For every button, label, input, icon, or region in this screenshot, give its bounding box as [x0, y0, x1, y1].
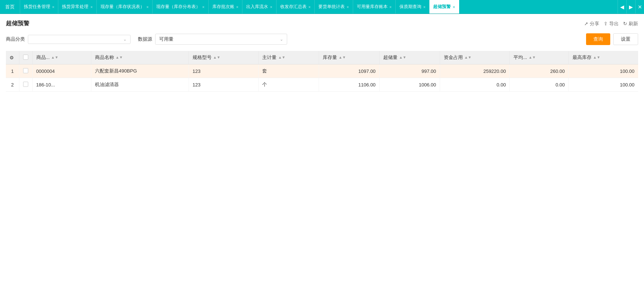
top-nav: 首页 拣货任务管理 × 拣货异常处理 × 现存量（库存状况表） × 现存量（库存… [0, 0, 644, 14]
refresh-button[interactable]: ↻ 刷新 [623, 21, 638, 27]
share-label: 分享 [590, 21, 599, 27]
share-icon: ➚ [584, 21, 588, 26]
refresh-icon: ↻ [623, 21, 627, 26]
settings-button[interactable]: 设置 [613, 33, 638, 45]
datasource-chevron-icon: ⌄ [280, 37, 283, 42]
th-max-stock[interactable]: 最高库存 ▲▼ [568, 51, 638, 64]
row-checkbox-cell-0[interactable] [19, 64, 32, 78]
page-title: 超储预警 [6, 20, 29, 27]
nav-tab-8[interactable]: 可用量库存账本 × [353, 0, 396, 14]
row-checkbox-cell-1[interactable] [19, 78, 32, 92]
sort-icon-product-name: ▲▼ [116, 56, 123, 59]
close-tab-2[interactable]: × [146, 5, 149, 9]
th-stock[interactable]: 库存量 ▲▼ [319, 51, 380, 64]
row-product-code-0: 0000004 [32, 64, 91, 78]
nav-tab-0[interactable]: 拣货任务管理 × [20, 0, 58, 14]
row-checkbox-1[interactable] [23, 82, 28, 87]
row-max-stock-0: 100.00 [568, 64, 638, 78]
page-header: 超储预警 ➚ 分享 ⇪ 导出 ↻ 刷新 [6, 20, 638, 27]
sort-icon-avg: ▲▼ [528, 56, 536, 59]
share-button[interactable]: ➚ 分享 [584, 21, 599, 27]
row-product-name-1: 机油滤清器 [91, 78, 189, 92]
close-tab-5[interactable]: × [270, 5, 272, 9]
nav-tab-7[interactable]: 要货单统计表 × [315, 0, 353, 14]
sort-icon-unit: ▲▼ [278, 56, 285, 59]
export-icon: ⇪ [604, 21, 608, 26]
sort-icon-product-code: ▲▼ [51, 56, 58, 59]
table-row: 2 186-10... 机油滤清器 123 个 1106.00 1006.00 … [6, 78, 638, 92]
nav-arrows: ◀ ▶ ✕ [618, 0, 644, 14]
nav-tab-2[interactable]: 现存量（库存状况表） × [97, 0, 153, 14]
row-max-stock-1: 100.00 [568, 78, 638, 92]
sort-icon-spec: ▲▼ [213, 56, 220, 59]
th-product-code[interactable]: 商品... ▲▼ [32, 51, 91, 64]
select-all-checkbox[interactable] [23, 55, 28, 60]
row-spec-1: 123 [189, 78, 259, 92]
datasource-select-value: 可用量 [159, 36, 173, 42]
row-capital-0: 259220.00 [440, 64, 509, 78]
category-filter-label: 商品分类 [6, 36, 25, 42]
sort-icon-stock: ▲▼ [339, 56, 346, 59]
query-button[interactable]: 查询 [586, 33, 610, 45]
row-unit-1: 个 [259, 78, 319, 92]
nav-tab-10[interactable]: 超储预警 × [429, 0, 459, 14]
close-tab-9[interactable]: × [423, 5, 425, 9]
close-tab-3[interactable]: × [202, 5, 204, 9]
refresh-label: 刷新 [629, 21, 638, 27]
close-tab-7[interactable]: × [347, 5, 349, 9]
datasource-select[interactable]: 可用量 ⌄ [155, 34, 287, 45]
sort-icon-capital: ▲▼ [464, 56, 472, 59]
row-unit-0: 套 [259, 64, 319, 78]
nav-tab-9[interactable]: 保质期查询 × [396, 0, 429, 14]
row-checkbox-0[interactable] [23, 68, 28, 73]
category-chevron-icon: ⌄ [123, 37, 127, 42]
close-tab-6[interactable]: × [308, 5, 311, 9]
nav-tab-6[interactable]: 收发存汇总表 × [277, 0, 315, 14]
category-filter-group: 商品分类 ⌄ [6, 35, 131, 44]
datasource-filter-group: 数据源 可用量 ⌄ [138, 34, 287, 45]
th-avg[interactable]: 平均... ▲▼ [510, 51, 569, 64]
category-select[interactable]: ⌄ [28, 35, 131, 44]
sort-icon-max-stock: ▲▼ [593, 56, 600, 59]
sort-icon-overstock: ▲▼ [399, 56, 406, 59]
filter-row: 商品分类 ⌄ 数据源 可用量 ⌄ 查询 设置 [6, 33, 638, 45]
th-spec[interactable]: 规格型号 ▲▼ [189, 51, 259, 64]
table-header-row: ⚙ 商品... ▲▼ 商品名称 ▲▼ [6, 51, 638, 64]
row-stock-0: 1097.00 [319, 64, 380, 78]
th-checkbox[interactable] [19, 51, 32, 64]
settings-gear-icon: ⚙ [10, 55, 14, 60]
nav-tab-5[interactable]: 出入库流水 × [242, 0, 276, 14]
nav-close-button[interactable]: ✕ [635, 0, 644, 14]
th-unit[interactable]: 主计量 ▲▼ [259, 51, 319, 64]
filter-buttons: 查询 设置 [586, 33, 638, 45]
row-avg-0: 260.00 [510, 64, 569, 78]
datasource-filter-label: 数据源 [138, 36, 152, 42]
nav-tab-3[interactable]: 现存量（库存分布表） × [153, 0, 208, 14]
export-button[interactable]: ⇪ 导出 [604, 21, 619, 27]
export-label: 导出 [609, 21, 619, 27]
th-product-name[interactable]: 商品名称 ▲▼ [91, 51, 189, 64]
close-tab-0[interactable]: × [52, 5, 54, 9]
nav-prev-button[interactable]: ◀ [618, 0, 626, 14]
th-overstock[interactable]: 超储量 ▲▼ [380, 51, 440, 64]
th-settings[interactable]: ⚙ [6, 51, 19, 64]
row-capital-1: 0.00 [440, 78, 509, 92]
row-product-code-1: 186-10... [32, 78, 91, 92]
row-product-name-0: 六配套新昌490BPG [91, 64, 189, 78]
nav-tab-4[interactable]: 库存批次账 × [209, 0, 242, 14]
row-overstock-0: 997.00 [380, 64, 440, 78]
row-avg-1: 0.00 [510, 78, 569, 92]
page-container: 超储预警 ➚ 分享 ⇪ 导出 ↻ 刷新 商品分类 ⌄ 数据源 [0, 14, 644, 293]
close-tab-1[interactable]: × [90, 5, 92, 9]
nav-home[interactable]: 首页 [0, 0, 20, 14]
close-tab-4[interactable]: × [236, 5, 238, 9]
row-num-0: 1 [6, 64, 19, 78]
nav-next-button[interactable]: ▶ [626, 0, 635, 14]
row-spec-0: 123 [189, 64, 259, 78]
row-overstock-1: 1006.00 [380, 78, 440, 92]
th-capital[interactable]: 资金占用 ▲▼ [440, 51, 509, 64]
close-tab-8[interactable]: × [389, 5, 392, 9]
nav-tab-1[interactable]: 拣货异常处理 × [58, 0, 96, 14]
table-row: 1 0000004 六配套新昌490BPG 123 套 1097.00 997.… [6, 64, 638, 78]
close-tab-10[interactable]: × [453, 5, 455, 9]
